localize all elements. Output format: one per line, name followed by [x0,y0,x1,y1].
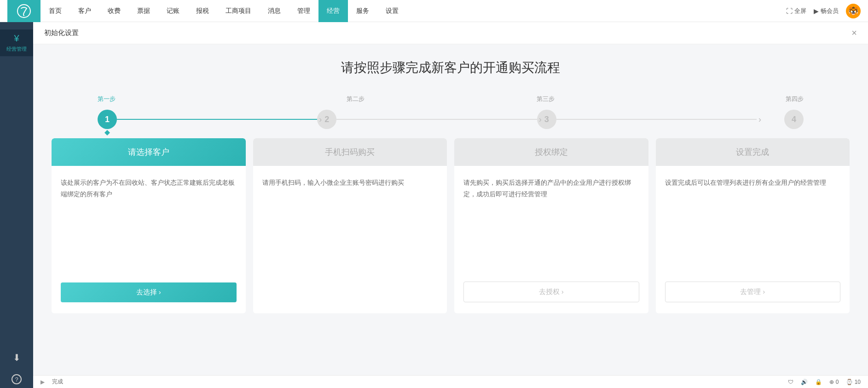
nav-item-fee[interactable]: 收费 [99,0,129,22]
step-card-2: 手机扫码购买 请用手机扫码，输入小微企业主账号密码进行购买 [253,138,447,313]
nav-item-customer[interactable]: 客户 [70,0,99,22]
card2-body: 请用手机扫码，输入小微企业主账号密码进行购买 [253,166,447,302]
top-navigation: 首页 客户 收费 票据 记账 报税 工商项目 消息 管理 经营 服务 设置 ⛶ … [0,0,868,22]
sidebar: ¥ 经营管理 ⬇ ? [0,22,33,388]
step4-label: 第四步 [786,95,804,103]
nav-item-bill[interactable]: 票据 [129,0,158,22]
step-card-4: 设置完成 设置完成后可以在管理列表进行所有企业用户的经营管理 去管理 › [656,138,850,313]
step-card-3: 授权绑定 请先购买，购买后选择开通的产品中的企业用户进行授权绑定，成功后即可进行… [454,138,648,313]
nav-item-manage[interactable]: 管理 [289,0,318,22]
cards-row: 请选择客户 该处展示的客户为不在回收站、客户状态正常建账后完成老板端绑定的所有客… [52,138,850,313]
sidebar-item-operation[interactable]: ¥ 经营管理 [0,29,33,56]
page-title: 初始化设置 [44,29,79,37]
page-header: 初始化设置 × [33,22,868,44]
nav-item-account[interactable]: 记账 [158,0,188,22]
status-bar: ▶ 完成 🛡 🔊 🔒 ⊕ 0 ⌚ 10 [33,375,868,388]
nav-item-tax[interactable]: 报税 [188,0,217,22]
card3-header: 授权绑定 [454,138,648,166]
nav-item-home[interactable]: 首页 [41,0,70,22]
card1-body: 该处展示的客户为不在回收站、客户状态正常建账后完成老板端绑定的所有客户 [52,166,246,282]
volume-icon: 🔊 [801,379,808,385]
card4-body: 设置完成后可以在管理列表进行所有企业用户的经营管理 [656,166,850,282]
card3-action-button[interactable]: 去授权 › [463,282,639,302]
step2-label: 第二步 [347,95,365,103]
status-bar-right: 🛡 🔊 🔒 ⊕ 0 ⌚ 10 [788,379,861,385]
time-display: ⌚ 10 [846,379,861,385]
nav-item-service[interactable]: 服务 [348,0,377,22]
card2-header: 手机扫码购买 [253,138,447,166]
close-button[interactable]: × [851,28,857,38]
sidebar-item-download[interactable]: ⬇ [0,348,33,367]
fullscreen-button[interactable]: ⛶ 全屏 [786,7,806,15]
card4-footer: 去管理 › [656,282,850,302]
fullscreen-icon: ⛶ [786,7,793,15]
step3-label: 第三步 [537,95,555,103]
card1-action-button[interactable]: 去选择 › [61,282,237,302]
yuan-icon: ¥ [14,33,19,44]
status-text: 完成 [52,378,63,386]
card1-footer: 去选择 › [52,282,246,302]
step1-label: 第一步 [98,95,116,103]
main-title: 请按照步骤完成新客户的开通购买流程 [52,59,850,76]
nav-menu: 首页 客户 收费 票据 记账 报税 工商项目 消息 管理 经营 服务 设置 [41,0,786,22]
card3-body: 请先购买，购买后选择开通的产品中的企业用户进行授权绑定，成功后即可进行经营管理 [454,166,648,282]
nav-item-message[interactable]: 消息 [260,0,289,22]
step1-circle: 1 [98,110,117,129]
card1-header: 请选择客户 [52,138,246,166]
step-card-1: 请选择客户 该处展示的客户为不在回收站、客户状态正常建账后完成老板端绑定的所有客… [52,138,246,313]
content-area: 初始化设置 × 请按照步骤完成新客户的开通购买流程 第一步 第二步 [33,22,868,388]
video-icon: ▶ [814,7,819,15]
support-icon: ? [12,374,22,384]
lock-icon: 🔒 [815,379,822,385]
step4-circle: 4 [784,110,804,129]
nav-item-operation[interactable]: 经营 [318,0,348,22]
nav-item-settings[interactable]: 设置 [377,0,407,22]
card4-action-button[interactable]: 去管理 › [665,282,841,302]
play-icon: ▶ [41,379,45,385]
sidebar-item-support[interactable]: ? [0,370,33,388]
nav-item-business[interactable]: 工商项目 [217,0,260,22]
network-status: ⊕ 0 [829,379,839,385]
app-logo [7,0,41,22]
card4-header: 设置完成 [656,138,850,166]
member-button[interactable]: ▶ 畅会员 [814,7,839,15]
steps-container: 请按照步骤完成新客户的开通购买流程 第一步 第二步 第三步 [33,44,868,375]
nav-right-controls: ⛶ 全屏 ▶ 畅会员 🐯 [786,4,861,18]
card3-footer: 去授权 › [454,282,648,302]
shield-icon: 🛡 [788,379,793,385]
user-avatar[interactable]: 🐯 [846,4,861,18]
download-icon: ⬇ [13,352,21,363]
